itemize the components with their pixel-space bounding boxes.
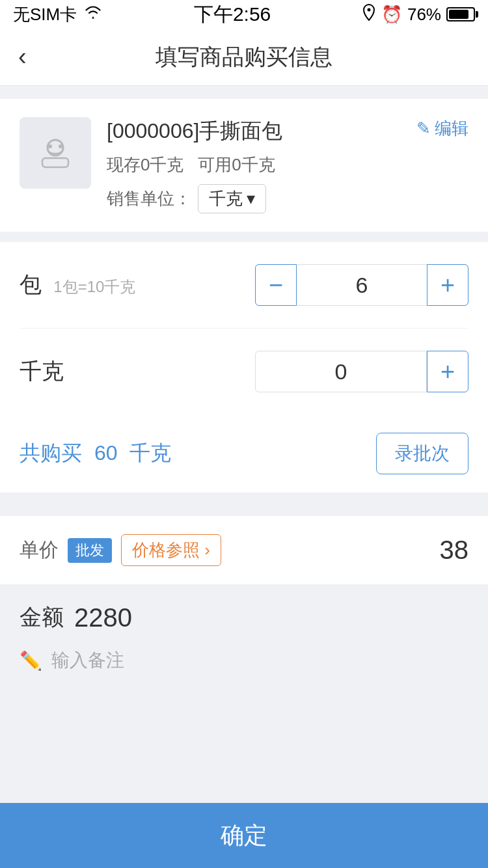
bag-increment-button[interactable]: + (427, 264, 468, 306)
product-name: [0000006]手撕面包 (107, 117, 468, 146)
kg-increment-button[interactable]: + (427, 351, 468, 392)
summary-text: 共购买 60 千克 (20, 439, 171, 468)
location-icon (362, 4, 376, 25)
status-left: 无SIM卡 (13, 3, 103, 26)
svg-point-3 (59, 144, 62, 148)
bag-decrement-button[interactable]: − (255, 264, 297, 306)
product-image-icon (36, 133, 75, 172)
amount-section: 金额 2280 ✏️ 输入备注 (0, 584, 488, 686)
product-stock: 现存0千克 可用0千克 (107, 154, 468, 176)
price-left: 单价 批发 价格参照 › (20, 534, 221, 566)
footer: 确定 (0, 803, 488, 868)
bag-hint: 1包=10千克 (53, 278, 135, 295)
price-label: 单价 (20, 537, 59, 563)
amount-value: 2280 (74, 603, 132, 632)
kg-quantity-row: 千克 + (20, 329, 468, 414)
status-bar: 无SIM卡 下午2:56 ⏰ 76% (0, 0, 488, 29)
chevron-down-icon: ▾ (247, 189, 255, 209)
carrier-label: 无SIM卡 (13, 3, 77, 26)
confirm-button[interactable]: 确定 (0, 803, 488, 868)
price-value: 38 (440, 536, 469, 565)
bag-quantity-row: 包 1包=10千克 − + (20, 242, 468, 329)
price-section: 单价 批发 价格参照 › 38 (0, 516, 488, 584)
product-unit: 销售单位： 千克 ▾ (107, 184, 468, 213)
bag-quantity-input[interactable] (297, 264, 427, 306)
bag-qty-control: − + (255, 264, 468, 306)
product-card: [0000006]手撕面包 现存0千克 可用0千克 销售单位： 千克 ▾ ✎ 编… (0, 99, 488, 232)
status-time: 下午2:56 (194, 1, 271, 28)
price-reference-button[interactable]: 价格参照 › (121, 534, 221, 566)
section-divider-1 (0, 232, 488, 242)
edit-icon: ✎ (416, 118, 431, 139)
product-info: [0000006]手撕面包 现存0千克 可用0千克 销售单位： 千克 ▾ (107, 117, 468, 213)
amount-row: 金额 2280 (20, 603, 468, 632)
unit-select[interactable]: 千克 ▾ (198, 184, 266, 213)
nav-bar: ‹ 填写商品购买信息 (0, 29, 488, 86)
kg-qty-control: + (255, 351, 468, 392)
amount-label: 金额 (20, 603, 64, 632)
edit-button[interactable]: ✎ 编辑 (416, 117, 468, 140)
quantity-section: 包 1包=10千克 − + 千克 + (0, 242, 488, 414)
note-placeholder[interactable]: 输入备注 (51, 648, 124, 673)
batch-button[interactable]: 录批次 (376, 433, 468, 474)
svg-point-2 (48, 144, 52, 148)
summary-amount: 60 (94, 441, 118, 465)
product-thumbnail (20, 117, 91, 189)
svg-rect-4 (42, 158, 68, 167)
bag-label: 包 1包=10千克 (20, 270, 135, 300)
section-divider-2 (0, 493, 488, 503)
battery-icon (446, 7, 475, 21)
status-right: ⏰ 76% (362, 4, 475, 25)
summary-section: 共购买 60 千克 录批次 (0, 414, 488, 493)
kg-label: 千克 (20, 357, 64, 387)
battery-percent: 76% (407, 5, 441, 25)
price-badge: 批发 (68, 538, 112, 563)
note-row[interactable]: ✏️ 输入备注 (20, 648, 468, 673)
kg-quantity-input[interactable] (255, 351, 427, 392)
pencil-icon: ✏️ (20, 650, 42, 671)
back-button[interactable]: ‹ (18, 43, 27, 71)
wifi-icon (83, 5, 103, 25)
page-title: 填写商品购买信息 (156, 42, 332, 72)
svg-point-0 (367, 8, 370, 11)
alarm-icon: ⏰ (381, 5, 402, 25)
price-row: 单价 批发 价格参照 › 38 (20, 534, 468, 566)
